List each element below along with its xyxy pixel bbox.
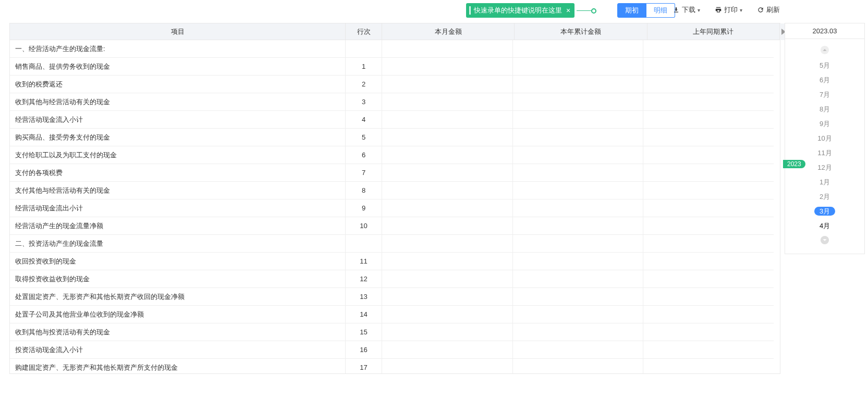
close-icon[interactable]: × [566, 7, 570, 14]
cell-item: 收到其他与投资活动有关的现金 [10, 323, 346, 341]
cell-year-amount [513, 76, 644, 93]
cell-prev-year [643, 270, 774, 287]
table-row[interactable]: 投资活动现金流入小计16 [10, 341, 774, 359]
cell-year-amount [513, 288, 644, 305]
table-row[interactable]: 支付其他与经营活动有关的现金8 [10, 182, 774, 199]
cell-month-amount [382, 253, 513, 270]
toolbar-actions: 下载 ▾ 打印 ▾ 刷新 [673, 5, 780, 15]
period-month[interactable]: 1月 [785, 175, 864, 190]
period-current[interactable]: 2023.03 [785, 23, 864, 39]
period-picker: 2023.03 5月6月7月8月9月10月11月12月20231月2月3月4月 [785, 23, 865, 254]
period-scroll-up[interactable] [785, 43, 864, 58]
cell-row-number: 10 [346, 217, 382, 234]
cell-month-amount [382, 306, 513, 323]
period-month-label: 6月 [820, 76, 830, 84]
table-row[interactable]: 收到其他与经营活动有关的现金3 [10, 93, 774, 111]
period-month[interactable]: 9月 [785, 117, 864, 131]
cell-year-amount [513, 270, 644, 287]
tip-connector-line [577, 10, 591, 11]
cell-month-amount [382, 111, 513, 128]
cell-year-amount [513, 253, 644, 270]
table-row[interactable]: 取得投资收益收到的现金12 [10, 270, 774, 288]
cell-row-number: 17 [346, 359, 382, 373]
period-month-label: 5月 [820, 61, 830, 69]
period-month[interactable]: 4月 [785, 219, 864, 233]
table-row[interactable]: 处置固定资产、无形资产和其他长期资产收回的现金净额13 [10, 288, 774, 306]
print-button[interactable]: 打印 ▾ [715, 5, 742, 15]
cell-item: 销售商品、提供劳务收到的现金 [10, 58, 346, 75]
period-month-label: 10月 [817, 134, 832, 142]
period-month[interactable]: 7月 [785, 87, 864, 102]
period-month[interactable]: 2月 [785, 190, 864, 204]
cell-row-number: 11 [346, 253, 382, 270]
cell-month-amount [382, 58, 513, 75]
cell-prev-year [643, 93, 774, 110]
cell-year-amount [513, 40, 644, 57]
cell-prev-year [643, 306, 774, 323]
table-row[interactable]: 收到其他与投资活动有关的现金15 [10, 323, 774, 341]
cell-month-amount [382, 40, 513, 57]
col-year-amount: 本年累计金额 [515, 23, 647, 40]
cell-prev-year [643, 164, 774, 181]
table-row[interactable]: 经营活动现金流出小计9 [10, 199, 774, 217]
table-row[interactable]: 一、经营活动产生的现金流量: [10, 40, 774, 58]
cell-item: 经营活动现金流出小计 [10, 199, 346, 217]
period-list: 5月6月7月8月9月10月11月12月20231月2月3月4月 [785, 39, 864, 254]
cell-row-number: 8 [346, 182, 382, 199]
table-row[interactable]: 支付给职工以及为职工支付的现金6 [10, 146, 774, 164]
cash-flow-table: 项目 行次 本月金额 本年累计金额 上年同期累计 一、经营活动产生的现金流量:销… [9, 23, 780, 374]
table-row[interactable]: 经营活动产生的现金流量净额10 [10, 217, 774, 235]
refresh-button[interactable]: 刷新 [757, 5, 780, 15]
download-button[interactable]: 下载 ▾ [673, 5, 700, 15]
refresh-label: 刷新 [766, 5, 780, 15]
cell-year-amount [513, 217, 644, 234]
period-month[interactable]: 6月 [785, 73, 864, 87]
cell-row-number: 12 [346, 270, 382, 287]
cell-row-number: 1 [346, 58, 382, 75]
shortcut-tip: 快速录单的快捷键说明在这里 × [466, 3, 574, 18]
table-row[interactable]: 购建固定资产、无形资产和其他长期资产所支付的现金17 [10, 359, 774, 373]
period-month[interactable]: 5月 [785, 58, 864, 73]
cell-item: 收回投资收到的现金 [10, 253, 346, 270]
period-month[interactable]: 11月 [785, 146, 864, 160]
cell-year-amount [513, 58, 644, 75]
period-month-label: 7月 [820, 91, 830, 98]
cell-row-number: 14 [346, 306, 382, 323]
cell-prev-year [643, 253, 774, 270]
period-month[interactable]: 10月 [785, 131, 864, 146]
cell-month-amount [382, 323, 513, 341]
cell-item: 收到的税费返还 [10, 76, 346, 93]
table-row[interactable]: 收到的税费返还2 [10, 76, 774, 93]
cell-prev-year [643, 111, 774, 128]
table-row[interactable]: 二、投资活动产生的现金流量 [10, 235, 774, 253]
cell-item: 取得投资收益收到的现金 [10, 270, 346, 287]
cell-month-amount [382, 359, 513, 373]
table-body[interactable]: 一、经营活动产生的现金流量:销售商品、提供劳务收到的现金1收到的税费返还2收到其… [10, 40, 774, 373]
cell-row-number: 2 [346, 76, 382, 93]
period-scroll-down[interactable] [785, 233, 864, 248]
table-row[interactable]: 经营活动现金流入小计4 [10, 111, 774, 129]
tip-accent-bar [469, 6, 471, 15]
table-row[interactable]: 购买商品、接受劳务支付的现金5 [10, 129, 774, 146]
cell-row-number: 3 [346, 93, 382, 110]
table-row[interactable]: 处置子公司及其他营业单位收到的现金净额14 [10, 306, 774, 323]
table-row[interactable]: 支付的各项税费7 [10, 164, 774, 182]
cell-prev-year [643, 359, 774, 373]
col-prev-year: 上年同期累计 [647, 23, 780, 40]
period-month-label: 3月 [814, 207, 835, 216]
cell-month-amount [382, 129, 513, 146]
table-row[interactable]: 收回投资收到的现金11 [10, 253, 774, 270]
table-row[interactable]: 销售商品、提供劳务收到的现金1 [10, 58, 774, 76]
cell-prev-year [643, 146, 774, 164]
period-begin-button[interactable]: 期初 [617, 3, 646, 18]
cell-month-amount [382, 76, 513, 93]
cell-year-amount [513, 146, 644, 164]
period-month[interactable]: 8月 [785, 102, 864, 117]
cell-month-amount [382, 146, 513, 164]
cell-item: 处置子公司及其他营业单位收到的现金净额 [10, 306, 346, 323]
detail-button[interactable]: 明细 [646, 3, 675, 18]
cell-item: 处置固定资产、无形资产和其他长期资产收回的现金净额 [10, 288, 346, 305]
period-month[interactable]: 3月 [785, 204, 864, 219]
cell-row-number: 7 [346, 164, 382, 181]
cell-month-amount [382, 235, 513, 252]
